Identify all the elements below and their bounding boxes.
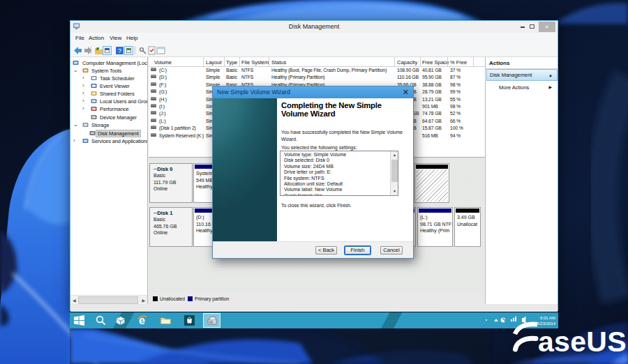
- svg-text:?: ?: [118, 47, 121, 54]
- svg-text:aseUS: aseUS: [538, 326, 627, 358]
